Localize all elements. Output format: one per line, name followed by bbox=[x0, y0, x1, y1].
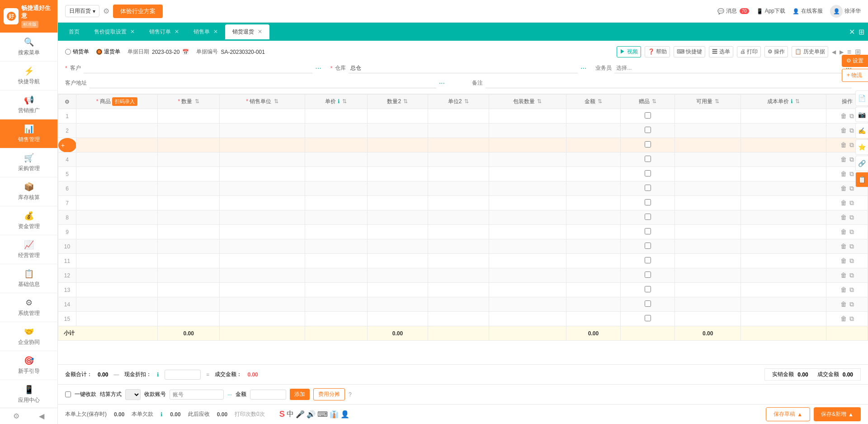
salesperson-input[interactable] bbox=[614, 63, 843, 73]
save-draft-btn[interactable]: 保存草稿 ▲ bbox=[766, 407, 810, 421]
remark-input[interactable] bbox=[486, 78, 852, 88]
gift-checkbox[interactable] bbox=[645, 112, 651, 119]
available-cell[interactable] bbox=[675, 138, 741, 152]
amount-cell[interactable] bbox=[566, 138, 620, 152]
copy-row-btn[interactable]: ⧉ bbox=[849, 286, 854, 294]
copy-row-btn[interactable]: ⧉ bbox=[849, 257, 854, 265]
qty2-sort-icon[interactable]: ⇅ bbox=[403, 98, 408, 105]
cost-sort-icon[interactable]: ⇅ bbox=[795, 98, 800, 105]
amount-sort-icon[interactable]: ⇅ bbox=[598, 98, 602, 105]
add-row-btn[interactable]: + bbox=[58, 141, 67, 150]
radio-return[interactable]: 退货单 bbox=[96, 48, 120, 56]
sidebar-item-marketing[interactable]: 📢 营销推广 bbox=[0, 91, 57, 119]
qty-cell[interactable] bbox=[158, 138, 220, 152]
float-btn-camera[interactable]: 📷 bbox=[855, 107, 868, 122]
settings-btn[interactable]: ⚙ 设置 bbox=[842, 55, 868, 67]
sidebar-item-operations[interactable]: 📈 经营管理 bbox=[0, 235, 57, 264]
warehouse-input[interactable] bbox=[349, 63, 578, 73]
sidebar-item-purchase[interactable]: 🛒 采购管理 bbox=[0, 148, 57, 177]
float-btn-star[interactable]: ⭐ bbox=[855, 139, 868, 155]
gift-checkbox[interactable] bbox=[645, 272, 651, 278]
price-cell[interactable] bbox=[305, 124, 367, 138]
sidebar-settings-btn[interactable]: ⚙ bbox=[13, 412, 19, 420]
radio-sales[interactable]: 销货单 bbox=[65, 48, 89, 56]
tab-price-settings-close[interactable]: ✕ bbox=[130, 29, 135, 35]
one-click-payment-checkbox[interactable] bbox=[65, 391, 71, 397]
gift-cell[interactable] bbox=[621, 109, 675, 124]
amount-cell[interactable] bbox=[566, 124, 620, 138]
copy-row-btn[interactable]: ⧉ bbox=[849, 185, 854, 192]
copy-row-btn[interactable]: ⧉ bbox=[849, 170, 854, 178]
delete-row-btn[interactable]: 🗑 bbox=[840, 141, 847, 149]
gift-checkbox[interactable] bbox=[645, 257, 651, 263]
gift-checkbox[interactable] bbox=[645, 243, 651, 249]
category-select[interactable]: 日用百货 ▾ bbox=[65, 5, 99, 17]
goods-input-active[interactable] bbox=[79, 142, 155, 148]
copy-row-btn[interactable]: ⧉ bbox=[849, 272, 854, 279]
sidebar-item-shortcut[interactable]: ⚡ 快捷导航 bbox=[0, 62, 57, 91]
user-avatar[interactable]: 👤 徐泽华 bbox=[830, 5, 861, 18]
tab-sales-order[interactable]: 销售订单 ✕ bbox=[142, 24, 186, 39]
sidebar-item-basic[interactable]: 📋 基础信息 bbox=[0, 264, 57, 293]
available-sort-icon[interactable]: ⇅ bbox=[715, 98, 719, 105]
copy-row-btn[interactable]: ⧉ bbox=[849, 141, 854, 149]
cost-price-cell[interactable] bbox=[741, 138, 826, 152]
pkg-sort-icon[interactable]: ⇅ bbox=[537, 98, 542, 105]
sidebar-item-search[interactable]: 🔍 搜索菜单 bbox=[0, 33, 57, 62]
radio-return-input[interactable] bbox=[96, 49, 102, 55]
delete-row-btn[interactable]: 🗑 bbox=[840, 112, 847, 120]
qty2-cell[interactable] bbox=[367, 138, 428, 152]
gift-sort-icon[interactable]: ⇅ bbox=[652, 98, 656, 105]
gift-checkbox[interactable] bbox=[645, 185, 651, 191]
tab-sales[interactable]: 销售单 ✕ bbox=[186, 24, 225, 39]
qty2-cell[interactable] bbox=[367, 109, 428, 124]
topbar-gear-icon[interactable]: ⚙ bbox=[103, 7, 109, 15]
sidebar-item-finance[interactable]: 💰 资金管理 bbox=[0, 206, 57, 235]
customer-addr-select-btn[interactable]: ··· bbox=[439, 79, 445, 87]
qty-sort-icon[interactable]: ⇅ bbox=[195, 98, 199, 105]
qty2-cell[interactable] bbox=[367, 124, 428, 138]
sidebar-item-newbie[interactable]: 🎯 新手引导 bbox=[0, 351, 57, 380]
amount-cell[interactable] bbox=[566, 109, 620, 124]
sidebar-item-apps[interactable]: 📱 应用中心 bbox=[0, 380, 57, 408]
gift-checkbox[interactable] bbox=[645, 228, 651, 234]
unit2-cell[interactable] bbox=[428, 124, 489, 138]
customer-addr-input[interactable] bbox=[90, 78, 436, 88]
unit-cell[interactable] bbox=[220, 109, 305, 124]
fee-split-btn[interactable]: 费用分摊 bbox=[313, 388, 345, 400]
select-btn[interactable]: ☰ 选单 bbox=[709, 46, 733, 57]
unit2-cell[interactable] bbox=[428, 138, 489, 152]
gift-checkbox[interactable] bbox=[645, 214, 651, 220]
amount-dots[interactable]: ··· bbox=[227, 391, 232, 398]
cost-price-cell[interactable] bbox=[741, 124, 826, 138]
calendar-icon[interactable]: 📅 bbox=[182, 49, 189, 55]
online-service-btn[interactable]: 👤 在线客服 bbox=[793, 7, 823, 15]
delete-row-btn[interactable]: 🗑 bbox=[840, 170, 847, 178]
delete-row-btn[interactable]: 🗑 bbox=[840, 199, 847, 207]
copy-row-btn[interactable]: ⧉ bbox=[849, 214, 854, 221]
barcode-scan-btn[interactable]: 扫码录入 bbox=[112, 97, 137, 106]
trial-btn[interactable]: 体验行业方案 bbox=[113, 5, 163, 18]
tab-sales-close[interactable]: ✕ bbox=[213, 29, 218, 35]
float-btn-active[interactable]: 📋 bbox=[855, 172, 868, 187]
tab-expand-btn[interactable]: ⊞ bbox=[859, 28, 864, 36]
settlement-select[interactable] bbox=[125, 389, 141, 400]
gift-checkbox[interactable] bbox=[645, 127, 651, 133]
copy-row-btn[interactable]: ⧉ bbox=[849, 199, 854, 207]
amount-input[interactable] bbox=[250, 390, 286, 400]
goods-input[interactable] bbox=[79, 113, 155, 119]
price-sort-icon[interactable]: ⇅ bbox=[342, 98, 347, 105]
sidebar-item-sales[interactable]: 📊 销售管理 bbox=[0, 119, 57, 148]
gift-checkbox[interactable] bbox=[645, 315, 651, 321]
goods-cell[interactable] bbox=[76, 124, 158, 138]
messages-btn[interactable]: 💬 消息 70 bbox=[717, 7, 749, 15]
float-btn-link[interactable]: 🔗 bbox=[855, 156, 868, 171]
add-payment-btn[interactable]: 添加 bbox=[290, 389, 310, 400]
gift-checkbox[interactable] bbox=[645, 156, 651, 162]
save-new-btn[interactable]: 保存&新增 ▲ bbox=[814, 407, 861, 421]
pkg-qty-cell[interactable] bbox=[489, 124, 566, 138]
warehouse-select-btn[interactable]: ··· bbox=[580, 64, 586, 72]
sidebar-item-enterprise[interactable]: 🤝 企业协同 bbox=[0, 322, 57, 351]
unit-sort-icon[interactable]: ⇅ bbox=[274, 98, 278, 105]
delete-row-btn[interactable]: 🗑 bbox=[840, 243, 847, 250]
